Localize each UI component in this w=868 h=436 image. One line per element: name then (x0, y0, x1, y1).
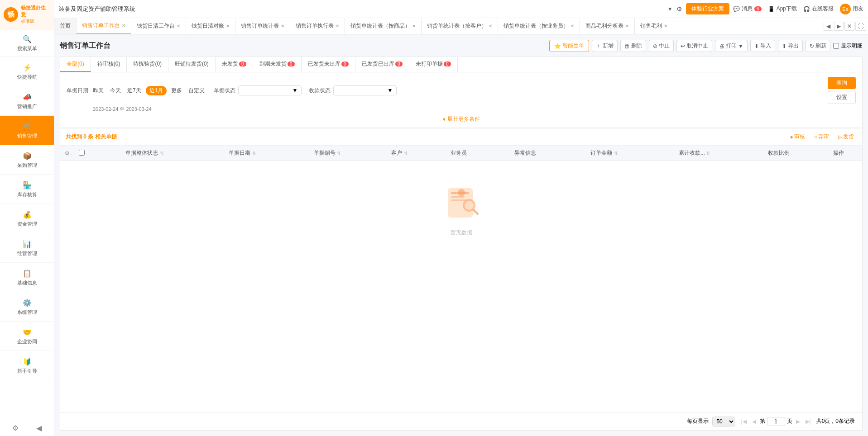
tab-sales-by-staff-close[interactable]: ✕ (571, 24, 574, 28)
user-area[interactable]: Ea 用友 (840, 4, 863, 14)
user-avatar: Ea (840, 4, 851, 14)
column-amount[interactable]: 订单金额 ⇅ (561, 146, 647, 161)
query-btn[interactable]: 查询 (828, 77, 856, 89)
cancel-stop-btn[interactable]: ↩ 取消中止 (676, 40, 712, 52)
tab-cash-clear-close[interactable]: ✕ (177, 24, 180, 28)
tab-gross-margin-close[interactable]: ✕ (625, 24, 629, 28)
select-all-checkbox[interactable] (79, 150, 85, 156)
tab-sales-workbench[interactable]: 销售订单工作台 ✕ (77, 18, 131, 34)
tab-sales-profit[interactable]: 销售毛利 ✕ (635, 18, 673, 34)
column-collected[interactable]: 累计收款... ⇅ (647, 146, 742, 161)
tab-sales-by-product-close[interactable]: ✕ (412, 24, 416, 28)
filter-tab-expired[interactable]: 到期未发货0 (253, 57, 302, 72)
filter-tab-all[interactable]: 全部(0) (60, 57, 91, 72)
expand-btn[interactable]: ▾ 展开更多条件 (443, 115, 480, 123)
tab-cash-reconcile[interactable]: 钱货日清对账 ✕ (186, 18, 235, 34)
topbar-gear-icon[interactable]: ⚙ (676, 5, 682, 13)
tab-close-all-btn[interactable]: ✕ (844, 22, 854, 31)
page-size-select[interactable]: 20 50 100 (712, 417, 735, 427)
page-input[interactable] (767, 417, 785, 426)
status-select[interactable]: ▼ (238, 85, 302, 95)
export-btn[interactable]: ⬆ 导出 (778, 40, 803, 52)
smart-create-btn[interactable]: ⭐ 智能生单 (549, 40, 589, 52)
message-btn[interactable]: 💬 消息 6 (733, 5, 762, 13)
sidebar-item-enterprise[interactable]: 🤝 企业协同 (0, 322, 54, 351)
tab-gross-margin[interactable]: 商品毛利分析表 ✕ (580, 18, 635, 34)
sidebar-item-search[interactable]: 🔍 搜索菜单 (0, 29, 54, 57)
show-detail-input[interactable] (833, 43, 839, 49)
stop-btn[interactable]: ⊘ 中止 (649, 40, 674, 52)
page-last-btn[interactable]: ▶| (804, 417, 813, 426)
date-option-yesterday[interactable]: 昨天 (91, 86, 106, 95)
sidebar-item-guide[interactable]: 🔰 新手引导 (0, 351, 54, 380)
sidebar-item-system[interactable]: ⚙️ 系统管理 (0, 292, 54, 322)
topbar-dropdown[interactable]: ▼ (667, 6, 673, 12)
date-option-more[interactable]: 更多 (169, 86, 184, 95)
column-number[interactable]: 单据编号 ⇅ (285, 146, 370, 161)
page-first-btn[interactable]: |◀ (739, 417, 748, 426)
sidebar-item-sales[interactable]: 🛒 销售管理 (0, 116, 54, 145)
tab-sales-stats[interactable]: 销售订单统计表 ✕ (235, 18, 290, 34)
show-detail-checkbox[interactable]: 显示明细 (833, 42, 863, 50)
set-btn[interactable]: 设置 (828, 91, 856, 104)
table-scroll[interactable]: ⚙ 单据整体状态 ⇅ 单据日期 ⇅ 单据编号 (60, 146, 862, 412)
filter-tab-wangpu[interactable]: 旺铺待发货(0) (168, 57, 216, 72)
export-icon: ⬆ (782, 43, 786, 49)
add-btn[interactable]: ＋ 新增 (592, 40, 618, 52)
tab-expand-btn[interactable]: ⛶ (855, 22, 866, 31)
filter-tab-not-shipped[interactable]: 未发货0 (216, 57, 253, 72)
tab-cash-reconcile-close[interactable]: ✕ (226, 24, 230, 28)
filter-tab-shipped-not-out[interactable]: 已发货未出库0 (302, 57, 355, 72)
sidebar-item-finance[interactable]: 💰 资金管理 (0, 204, 54, 233)
collapse-icon[interactable]: ◀ (36, 424, 42, 432)
ship-btn[interactable]: ▷ 发货 (835, 132, 857, 142)
payment-select[interactable]: ▼ (333, 85, 397, 95)
settings-icon[interactable]: ⚙ (12, 424, 19, 432)
column-settings[interactable]: ⚙ (60, 146, 74, 161)
sidebar-item-basic[interactable]: 📋 基础信息 (0, 263, 54, 292)
column-checkbox[interactable] (74, 146, 89, 161)
filter-tab-pending[interactable]: 待审核(0) (91, 57, 127, 72)
column-date[interactable]: 单据日期 ⇅ (200, 146, 285, 161)
column-customer[interactable]: 客户 ⇅ (369, 146, 429, 161)
filter-tab-not-printed[interactable]: 未打印单据0 (409, 57, 458, 72)
sidebar-item-marketing[interactable]: 📣 营销推广 (0, 86, 54, 116)
tab-sales-workbench-close[interactable]: ✕ (122, 23, 125, 28)
tab-sales-by-product[interactable]: 销货单统计表（按商品） ✕ (345, 18, 422, 34)
sort-status-icon: ⇅ (160, 151, 163, 156)
app-download-btn[interactable]: 📱 App下载 (768, 5, 797, 13)
tab-sales-stats-close[interactable]: ✕ (281, 24, 284, 28)
filter-tab-pending-check[interactable]: 待拣验货(0) (127, 57, 168, 72)
tab-sales-exec-close[interactable]: ✕ (336, 24, 339, 28)
refresh-btn[interactable]: ↻ 刷新 (806, 40, 830, 52)
cancel-review-btn[interactable]: ○ 弃审 (811, 132, 832, 142)
tab-home[interactable]: 首页 (54, 18, 77, 34)
page-next-btn[interactable]: ▶ (794, 417, 802, 426)
date-option-today[interactable]: 今天 (108, 86, 123, 95)
filter-tab-shipped-out[interactable]: 已发货已出库0 (355, 57, 409, 72)
date-option-custom[interactable]: 自定义 (187, 86, 206, 95)
tab-sales-profit-close[interactable]: ✕ (664, 24, 667, 28)
column-status[interactable]: 单据整体状态 ⇅ (89, 146, 200, 161)
tab-prev-btn[interactable]: ◀ (824, 22, 833, 31)
delete-btn[interactable]: 🗑 删除 (620, 40, 646, 52)
page-prev-btn[interactable]: ◀ (750, 417, 758, 426)
tab-sales-by-customer[interactable]: 销货单统计表（按客户） ✕ (422, 18, 498, 34)
tab-sales-exec[interactable]: 销售订单执行表 ✕ (290, 18, 345, 34)
tab-sales-by-staff[interactable]: 销货单统计表（按业务员） ✕ (498, 18, 580, 34)
sidebar-item-shortcuts[interactable]: ⚡ 快捷导航 (0, 57, 54, 86)
date-option-1month[interactable]: 近1月 (146, 86, 167, 95)
tab-cash-clear[interactable]: 钱货日清工作台 ✕ (131, 18, 186, 34)
tab-sales-by-customer-close[interactable]: ✕ (489, 24, 492, 28)
sidebar-item-management[interactable]: 📊 经营管理 (0, 233, 54, 263)
tab-next-btn[interactable]: ▶ (834, 22, 844, 31)
sidebar-item-purchase[interactable]: 📦 采购管理 (0, 145, 54, 175)
service-btn[interactable]: 🎧 在线客服 (803, 5, 834, 13)
sidebar-item-inventory[interactable]: 🏪 库存核算 (0, 175, 54, 204)
review-btn[interactable]: ● 审核 (787, 132, 808, 142)
date-option-7days[interactable]: 近7天 (125, 86, 143, 95)
import-btn[interactable]: ⬇ 导入 (750, 40, 775, 52)
print-btn[interactable]: 🖨 打印 ▼ (715, 40, 748, 52)
industry-btn[interactable]: 体验行业方案 (686, 3, 729, 14)
table-head: ⚙ 单据整体状态 ⇅ 单据日期 ⇅ 单据编号 (60, 146, 862, 161)
